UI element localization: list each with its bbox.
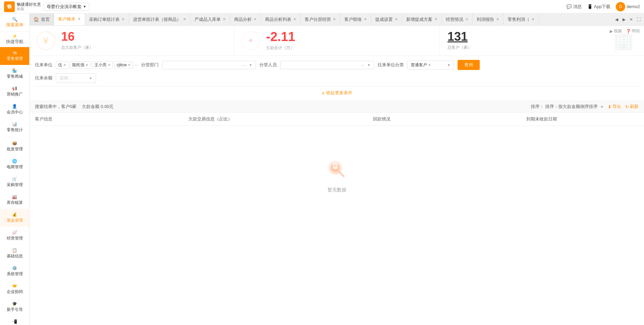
unit-type-tag-close[interactable]: ✕ bbox=[428, 63, 431, 67]
unit-tag-1[interactable]: 陈民强 ✕ bbox=[70, 61, 91, 69]
tab-close-purchase[interactable]: ✕ bbox=[122, 17, 125, 22]
sidebar-item-member-center[interactable]: 👤 会员中心 bbox=[0, 101, 29, 118]
fund-icon: 💰 bbox=[12, 212, 17, 217]
tab-goods-analysis-list[interactable]: 商品分析列表 ✕ bbox=[261, 13, 301, 26]
tab-close-retail-profit[interactable]: ✕ bbox=[531, 17, 534, 22]
unit-type-label: 往来单位分类 bbox=[378, 62, 404, 68]
stat-debt-text: -2.11 欠款合计（万） bbox=[266, 30, 295, 51]
tag-close-3[interactable]: ✕ bbox=[128, 63, 131, 67]
video-button[interactable]: ▶ 视频 bbox=[610, 28, 622, 34]
tab-customer-book[interactable]: 客户账本 ✕ bbox=[54, 13, 85, 26]
sidebar-item-wholesale[interactable]: 📦 批发管理 bbox=[0, 138, 29, 155]
export-button[interactable]: ⬇ 导出 bbox=[608, 104, 621, 110]
sidebar-item-inventory[interactable]: 🏭 库存核算 bbox=[0, 191, 29, 209]
sort-label: 排序：按欠款金额倒序排序 bbox=[545, 104, 598, 110]
empty-state-cell: 暂无数据 bbox=[30, 126, 644, 224]
tab-close-stock[interactable]: ✕ bbox=[183, 17, 186, 22]
unit-tag-0[interactable]: 伍 ✕ bbox=[56, 61, 69, 69]
tab-customer-contact[interactable]: 客户联络 ✕ bbox=[340, 13, 371, 26]
sidebar-quicknav[interactable]: ⚡ 快捷导航 bbox=[0, 32, 29, 47]
sidebar-item-retail-stats[interactable]: 📊 零售统计 bbox=[0, 118, 29, 136]
unit-type-tag[interactable]: 普通客户 ✕ bbox=[411, 62, 431, 68]
tab-product-stock[interactable]: 产成品入库单 ✕ bbox=[190, 13, 230, 26]
tab-close-raise[interactable]: ✕ bbox=[395, 17, 398, 22]
tag-close-2[interactable]: ✕ bbox=[108, 63, 111, 67]
stat-customers2-text: 131 总客户（家） bbox=[447, 31, 472, 50]
tab-profit[interactable]: 利润报告 ✕ bbox=[473, 13, 504, 26]
tab-close-tier[interactable]: ✕ bbox=[333, 17, 336, 22]
query-button[interactable]: 查询 bbox=[458, 60, 480, 70]
app-download-button[interactable]: 📱 App下载 bbox=[587, 4, 610, 10]
sidebar-item-sys[interactable]: ⚙️ 系统管理 bbox=[0, 262, 29, 280]
tab-prev-button[interactable]: ◀ bbox=[613, 16, 620, 23]
sidebar-item-basic-info[interactable]: 📋 基础信息 bbox=[0, 245, 29, 262]
tab-operations[interactable]: 经营情况 ✕ bbox=[442, 13, 473, 26]
person-chevron-icon: ▼ bbox=[367, 63, 371, 67]
dept-select[interactable]: ··· ▼ bbox=[162, 61, 256, 69]
tab-close-profit[interactable]: ✕ bbox=[496, 17, 499, 22]
tab-actions: ◀ ▶ ✕ ⛶ bbox=[611, 16, 644, 23]
store-selector[interactable]: 母婴行业演示帐套 ▼ bbox=[44, 3, 89, 11]
sidebar-item-fund[interactable]: 💰 资金管理 bbox=[0, 209, 29, 227]
remain-select[interactable]: 选择... ▼ bbox=[56, 73, 96, 83]
sidebar-item-retail-mall[interactable]: 🏪 零售商城 bbox=[0, 65, 29, 83]
video-icon: ▶ bbox=[610, 29, 613, 34]
filter-row-2: 往来余额 选择... ▼ bbox=[35, 73, 639, 83]
ops-icon: 📈 bbox=[12, 230, 17, 235]
remain-placeholder: 选择... bbox=[59, 75, 72, 81]
tab-raise-setting[interactable]: 提成设置 ✕ bbox=[371, 13, 402, 26]
tag-close-1[interactable]: ✕ bbox=[85, 63, 88, 67]
tab-close-all-button[interactable]: ✕ bbox=[628, 16, 635, 23]
unit-tag-2[interactable]: 王小亮 ✕ bbox=[92, 61, 113, 69]
tab-stock-stats[interactable]: 进货单统计表（按商品） ✕ bbox=[129, 13, 190, 26]
tab-close-goods[interactable]: ✕ bbox=[254, 17, 257, 22]
guide-icon: 🎓 bbox=[12, 301, 17, 306]
result-info: 搜索结果中，客户0家 欠款金额 0.00元 bbox=[35, 104, 114, 110]
tab-close-customer-book[interactable]: ✕ bbox=[78, 17, 81, 21]
sidebar-search[interactable]: 🔍 搜索菜单 bbox=[0, 13, 29, 32]
user-avatar-area[interactable]: D demo2 bbox=[616, 2, 640, 11]
tab-close-goods-list[interactable]: ✕ bbox=[293, 17, 296, 22]
tab-close-new-raise[interactable]: ✕ bbox=[434, 17, 437, 22]
tab-goods-analysis[interactable]: 商品分析 ✕ bbox=[230, 13, 261, 26]
tab-close-product[interactable]: ✕ bbox=[223, 17, 226, 22]
svg-line-2 bbox=[339, 172, 344, 176]
avatar: D bbox=[616, 2, 625, 11]
sidebar-item-ops[interactable]: 📈 经营管理 bbox=[0, 227, 29, 245]
more-tags-btn[interactable]: ··· bbox=[134, 63, 138, 67]
collapse-button[interactable]: ∧ 收起更多条件 bbox=[35, 88, 639, 98]
tab-retail-profit[interactable]: 零售利润（ ✕ bbox=[504, 13, 539, 26]
tab-maximize-button[interactable]: ⛶ bbox=[635, 16, 642, 23]
help-button[interactable]: ❓ 帮助 bbox=[626, 28, 640, 34]
search-result-bar: 搜索结果中，客户0家 欠款金额 0.00元 排序： 排序：按欠款金额倒序排序 ▼… bbox=[30, 101, 644, 113]
tab-close-ops[interactable]: ✕ bbox=[465, 17, 468, 22]
sidebar-item-app-center[interactable]: 📲 应用中心 bbox=[0, 316, 29, 325]
sidebar-item-marketing[interactable]: 📢 营销推广 bbox=[0, 83, 29, 101]
refresh-button[interactable]: ↻ 刷新 bbox=[625, 104, 639, 110]
dept-dots[interactable]: ··· bbox=[243, 63, 246, 68]
stat-debt-number: -2.11 bbox=[266, 30, 295, 43]
tab-purchase-order[interactable]: 采购订单统计表 ✕ bbox=[85, 13, 129, 26]
sort-select[interactable]: 排序： 排序：按欠款金额倒序排序 ▼ bbox=[531, 104, 604, 110]
sidebar-item-new-guide[interactable]: 🎓 新手引导 bbox=[0, 298, 29, 316]
stat-customers2-number: 131 bbox=[447, 31, 472, 43]
tab-customer-tier[interactable]: 客户分层经营 ✕ bbox=[301, 13, 340, 26]
filter-row-1: 往来单位 伍 ✕ 陈民强 ✕ 王小亮 ✕ bbox=[35, 60, 639, 70]
sidebar-item-retail-manage[interactable]: 🛍 零售管理 bbox=[0, 47, 29, 65]
tag-close-0[interactable]: ✕ bbox=[63, 63, 66, 67]
sidebar-item-enterprise-coop[interactable]: 🤝 企业协同 bbox=[0, 280, 29, 298]
chevron-down-icon: ▼ bbox=[83, 5, 86, 8]
stat-debt-label: 欠款合计（万） bbox=[266, 45, 295, 51]
tab-next-button[interactable]: ▶ bbox=[620, 16, 627, 23]
sidebar-item-ecom[interactable]: 🌐 电商管理 bbox=[0, 155, 29, 173]
person-dots[interactable]: ··· bbox=[361, 63, 364, 68]
sidebar-item-purchase[interactable]: 🛒 采购管理 bbox=[0, 173, 29, 191]
message-button[interactable]: 💬 消息 bbox=[566, 4, 582, 10]
empty-state-illustration bbox=[324, 156, 350, 183]
tab-close-contact[interactable]: ✕ bbox=[364, 17, 367, 22]
tab-home[interactable]: 🏠 首页 bbox=[30, 13, 54, 26]
unit-tag-3[interactable]: cjttcw ✕ bbox=[114, 62, 133, 68]
person-select[interactable]: ··· ▼ bbox=[280, 61, 374, 69]
unit-type-select[interactable]: 普通客户 ✕ ▼ bbox=[407, 61, 454, 70]
tab-new-raise[interactable]: 新增提成方案 ✕ bbox=[402, 13, 442, 26]
